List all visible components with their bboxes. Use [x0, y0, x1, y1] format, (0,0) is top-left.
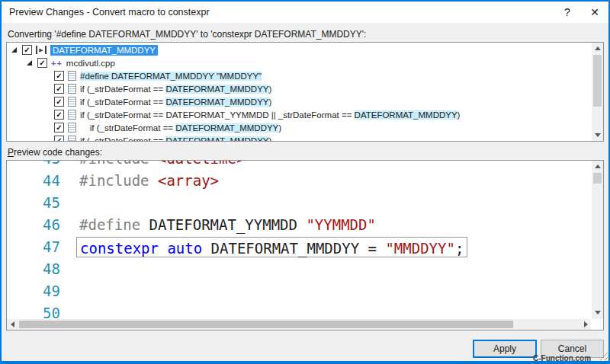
- tree-row[interactable]: ✓if (_strDateFormat == DATEFORMAT_YYMMDD…: [7, 108, 591, 121]
- tree-row-label: DATEFORMAT_MMDDYY: [50, 45, 158, 56]
- code-line: 44#include <array>: [7, 170, 591, 192]
- scrollbar-up-button[interactable]: [592, 161, 603, 172]
- tree-row[interactable]: ✓ if (_strDateFormat == DATEFORMAT_MMDDY…: [7, 121, 591, 134]
- code-line: 45: [7, 192, 591, 214]
- tree-vertical-scrollbar[interactable]: [592, 43, 603, 141]
- code-text: constexpr auto DATEFORMAT_MMDDYY = "MMDD…: [76, 237, 467, 257]
- scrollbar-down-button[interactable]: [592, 307, 603, 318]
- line-number: 48: [7, 258, 60, 280]
- triangle-up-icon: [595, 164, 601, 168]
- triangle-down-icon: [595, 133, 601, 137]
- window-title: Preview Changes - Convert macro to const…: [2, 7, 554, 18]
- scrollbar-down-button[interactable]: [592, 129, 603, 141]
- code-text: #define DATEFORMAT_YYMMDD "YYMMDD": [79, 214, 376, 236]
- checkbox[interactable]: ✓: [54, 71, 64, 81]
- help-button[interactable]: ?: [554, 2, 581, 23]
- doc-icon: [68, 136, 76, 142]
- tree-row-label: if (_strDateFormat == DATEFORMAT_MMDDYY): [80, 97, 271, 107]
- triangle-left-icon: [11, 321, 14, 327]
- code-lines: 43#include <datetime>44#include <array>4…: [7, 160, 591, 324]
- expander-icon[interactable]: [11, 47, 17, 53]
- doc-icon: [68, 123, 76, 133]
- tree-row[interactable]: ✓if (_strDateFormat == DATEFORMAT_MMDDYY…: [7, 95, 591, 108]
- line-number: 49: [7, 280, 60, 302]
- expander-icon[interactable]: [27, 60, 32, 65]
- checkbox[interactable]: ✓: [54, 110, 64, 120]
- scrollbar-thumb[interactable]: [593, 173, 602, 184]
- cpp-icon: ++: [51, 59, 63, 68]
- triangle-right-icon: [584, 321, 588, 327]
- triangle-up-icon: [595, 46, 601, 50]
- close-button[interactable]: ✕: [581, 2, 608, 23]
- tree-rows: ✓▶DATEFORMAT_MMDDYY✓++mcdivutl.cpp✓#defi…: [7, 43, 591, 142]
- line-number: 45: [7, 192, 60, 214]
- tree-row-label: if (_strDateFormat == DATEFORMAT_MMDDYY): [80, 136, 271, 142]
- doc-icon: [68, 97, 76, 107]
- tree-row[interactable]: ✓if (_strDateFormat == DATEFORMAT_MMDDYY…: [7, 134, 591, 142]
- code-text: #include <array>: [79, 170, 219, 192]
- scrollbar-right-button[interactable]: [580, 319, 591, 330]
- tree-row-label: if (_strDateFormat == DATEFORMAT_MMDDYY): [80, 85, 271, 94]
- preview-changes-dialog: Preview Changes - Convert macro to const…: [0, 0, 610, 364]
- tree-row-label: if (_strDateFormat == DATEFORMAT_MMDDYY): [80, 123, 281, 133]
- line-number: 43: [7, 160, 60, 170]
- macro-icon: ▶: [36, 46, 47, 54]
- checkbox[interactable]: ✓: [22, 45, 32, 55]
- tree-row-label: mcdivutl.cpp: [66, 59, 115, 68]
- apply-button[interactable]: Apply: [473, 340, 537, 358]
- tree-row[interactable]: ✓#define DATEFORMAT_MMDDYY "MMDDYY": [7, 69, 591, 82]
- tree-row-label: #define DATEFORMAT_MMDDYY "MMDDYY": [80, 72, 262, 81]
- doc-icon: [68, 71, 76, 81]
- doc-icon: [68, 110, 76, 120]
- checkbox[interactable]: ✓: [54, 136, 64, 142]
- code-line: 43#include <datetime>: [7, 160, 591, 170]
- checkbox[interactable]: ✓: [37, 58, 47, 68]
- code-line: 46#define DATEFORMAT_YYMMDD "YYMMDD": [7, 214, 591, 236]
- converting-label: Converting '#define DATEFORMAT_MMDDYY' t…: [8, 29, 366, 40]
- code-line: 48: [7, 258, 591, 280]
- doc-icon: [68, 84, 76, 94]
- watermark-text: C-Function.com: [533, 354, 591, 362]
- tree-row[interactable]: ✓▶DATEFORMAT_MMDDYY: [7, 43, 591, 56]
- tree-row-label: if (_strDateFormat == DATEFORMAT_YYMMDD …: [80, 110, 460, 120]
- checkbox[interactable]: ✓: [54, 123, 64, 133]
- scrollbar-left-button[interactable]: [7, 319, 18, 330]
- scrollbar-thumb[interactable]: [593, 55, 602, 107]
- code-text: #include <datetime>: [79, 160, 245, 170]
- checkbox[interactable]: ✓: [54, 97, 64, 107]
- scrollbar-thumb[interactable]: [19, 321, 513, 328]
- code-line: 47constexpr auto DATEFORMAT_MMDDYY = "MM…: [7, 236, 591, 258]
- code-horizontal-scrollbar[interactable]: [7, 319, 591, 330]
- changes-tree: ✓▶DATEFORMAT_MMDDYY✓++mcdivutl.cpp✓#defi…: [6, 42, 604, 142]
- tree-row[interactable]: ✓if (_strDateFormat == DATEFORMAT_MMDDYY…: [7, 82, 591, 95]
- triangle-down-icon: [595, 311, 601, 315]
- code-vertical-scrollbar[interactable]: [592, 161, 603, 319]
- line-number: 46: [7, 214, 60, 236]
- tree-row[interactable]: ✓++mcdivutl.cpp: [7, 56, 591, 69]
- line-number: 44: [7, 170, 60, 192]
- line-number: 47: [7, 236, 60, 258]
- preview-code-changes-label: Preview code changes:: [8, 147, 102, 158]
- code-line: 49: [7, 280, 591, 302]
- code-preview-pane: 43#include <datetime>44#include <array>4…: [6, 160, 604, 330]
- checkbox[interactable]: ✓: [54, 84, 64, 94]
- scrollbar-up-button[interactable]: [592, 43, 603, 54]
- titlebar: Preview Changes - Convert macro to const…: [2, 2, 608, 23]
